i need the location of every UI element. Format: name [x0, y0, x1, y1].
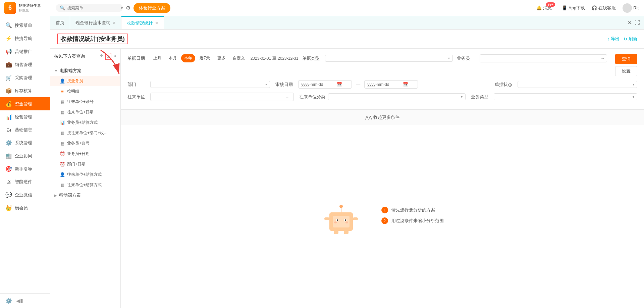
scheme-item-dept-date[interactable]: ⏰ 部门+日期	[50, 159, 120, 169]
scheme-item-unit-settle1[interactable]: 👤 往来单位+结算方式	[50, 169, 120, 180]
sidebar-item-guide[interactable]: 🎯 新手引导	[0, 162, 50, 175]
sidebar-item-enterprise-wx[interactable]: 💬 企业微信	[0, 188, 50, 201]
scheme-item-salesperson-account[interactable]: ▦ 业务员+账号	[50, 138, 120, 149]
sidebar-item-basic[interactable]: 🗂 基础信息	[0, 123, 50, 136]
notification-bell[interactable]: 🔔 消息 99+	[536, 5, 552, 11]
system-icon: ⚙️	[5, 140, 12, 146]
sidebar-item-search[interactable]: 🔍 搜索菜单	[0, 19, 50, 32]
app-download[interactable]: 📱 App下载	[562, 5, 585, 11]
sidebar-item-system[interactable]: ⚙️ 系统管理	[0, 136, 50, 149]
sidebar-item-purchase[interactable]: 🛒 采购管理	[0, 71, 50, 84]
tabs-actions: ✕ ⛶	[624, 16, 644, 29]
empty-hint-2: 2 用过滤条件来缩小分析范围	[381, 217, 444, 224]
query-button[interactable]: 查询	[615, 54, 637, 64]
header-search-input[interactable]	[67, 6, 117, 10]
cur-month-btn[interactable]: 本月	[166, 54, 180, 62]
scheme-group-mobile: ▶ 移动端方案	[50, 190, 120, 200]
sidebar-item-member[interactable]: 👑 畅会员	[0, 201, 50, 214]
collapse-button[interactable]: ⋀⋀ 收起更多条件	[363, 112, 402, 123]
tab-collection-stats-close-icon[interactable]: ✕	[155, 21, 158, 25]
tab-home[interactable]: 首页	[50, 16, 70, 29]
doc-type-label: 单据类型	[302, 55, 322, 61]
sidebar-collapse-icon[interactable]: ◀▮	[16, 298, 23, 304]
export-button[interactable]: ↑ 导出	[607, 36, 620, 42]
tab-bank-flow[interactable]: 现金银行流水查询 ✕	[70, 16, 121, 29]
audit-date-from-input[interactable]	[301, 82, 335, 87]
counterpart-select[interactable]: ···	[150, 93, 294, 101]
left-panel-title: 按以下方案查询	[54, 53, 85, 59]
header-gear-icon[interactable]: ⚙	[123, 3, 133, 13]
scheme-group-desktop-header[interactable]: ▼ 电脑端方案	[50, 66, 120, 76]
empty-state: 1 请先选择要分析的方案 2 用过滤条件来缩小分析范围	[121, 125, 644, 308]
scheme-item-unit-date[interactable]: ▦ 往来单位+日期	[50, 107, 120, 117]
counterpart-cat-select[interactable]: ▾	[328, 93, 466, 100]
svg-point-6	[334, 221, 337, 223]
hint-text-1: 请先选择要分析的方案	[391, 207, 435, 213]
scheme-collapse-icon[interactable]: «	[113, 53, 116, 60]
salesperson-filter: 业务员 ···	[457, 54, 607, 62]
salesperson-more-icon[interactable]: ···	[601, 56, 604, 61]
sidebar-item-marketing[interactable]: 📢 营销推广	[0, 45, 50, 58]
collapse-divider: ⋀⋀ 收起更多条件	[121, 109, 644, 125]
guide-icon: 🎯	[5, 166, 12, 172]
sidebar-item-finance[interactable]: 💰 资金管理	[0, 97, 50, 110]
left-panel-actions: + ⚙ «	[100, 53, 116, 60]
detail-icon: ≡	[60, 89, 65, 94]
page-actions: ↑ 导出 ↻ 刷新	[607, 36, 638, 42]
more-btn[interactable]: 更多	[214, 54, 228, 62]
dept-label: 部门	[127, 82, 148, 88]
sp-date-icon: ⏰	[60, 151, 65, 156]
sidebar-item-smart-hw[interactable]: 🖨 智能硬件	[0, 175, 50, 188]
counterpart-more-icon[interactable]: ···	[284, 94, 291, 99]
online-service[interactable]: 🎧 在线客服	[592, 5, 616, 11]
unit-date-icon: ▦	[60, 110, 65, 115]
sales-icon: 💼	[5, 61, 12, 68]
scheme-item-by-salesperson[interactable]: 👤 按业务员	[50, 76, 120, 86]
scheme-item-unit-dept-collect[interactable]: ▦ 按往来单位+部门+收...	[50, 128, 120, 138]
doc-status-select[interactable]: ▾	[518, 81, 637, 88]
scheme-item-unit-settle2[interactable]: ▦ 往来单位+结算方式	[50, 180, 120, 190]
audit-date-to-input[interactable]	[367, 82, 401, 87]
dept-select[interactable]: ▾	[150, 81, 270, 88]
content-area: 按以下方案查询 + ⚙ « ▼ 电脑端方案 👤 按业务员	[50, 49, 644, 308]
sidebar-item-operations[interactable]: 📊 经营管理	[0, 110, 50, 123]
sidebar-item-inventory[interactable]: 📦 库存核算	[0, 84, 50, 97]
scheme-settings-icon[interactable]: ⚙	[105, 53, 111, 60]
add-scheme-icon[interactable]: +	[100, 53, 103, 60]
header-search-box[interactable]: 🔍 ▾	[56, 4, 123, 12]
business-type-select[interactable]: ▾	[494, 93, 637, 100]
filter-settings-button[interactable]: 设置	[615, 66, 637, 76]
sidebar-item-enterprise[interactable]: 🏢 企业协同	[0, 149, 50, 162]
calendar-from-icon[interactable]: 📅	[337, 82, 342, 87]
counterpart-filter: 往来单位 ···	[127, 93, 294, 101]
sidebar-footer: ⚙️ ◀▮	[0, 293, 50, 308]
sidebar-item-quick-nav[interactable]: ⚡ 快捷导航	[0, 32, 50, 45]
user-avatar[interactable]: Rit	[623, 3, 639, 13]
last7-btn[interactable]: 近7天	[197, 54, 213, 62]
right-panel: 单据日期 上月 本月 本年 近7天 更多 自定义 2023-01-01	[121, 49, 644, 308]
refresh-button[interactable]: ↻ 刷新	[624, 36, 637, 42]
date-quick-buttons: 上月 本月 本年 近7天 更多 自定义	[150, 54, 248, 62]
tab-bank-flow-close-icon[interactable]: ✕	[112, 20, 116, 25]
scheme-item-by-detail[interactable]: ≡ 按明细	[50, 86, 120, 97]
bell-icon: 🔔	[536, 5, 542, 10]
scheme-item-salesperson-date[interactable]: ⏰ 业务员+日期	[50, 149, 120, 159]
download-icon: 📱	[562, 5, 567, 10]
header-right: 🔔 消息 99+ 📱 App下载 🎧 在线客服 Rit	[536, 3, 639, 13]
salesperson-select[interactable]: ···	[480, 54, 607, 62]
tabs-close-all-icon[interactable]: ✕	[628, 19, 632, 26]
prev-month-btn[interactable]: 上月	[150, 54, 164, 62]
tabs-fullscreen-icon[interactable]: ⛶	[635, 20, 640, 26]
sidebar-item-sales[interactable]: 💼 销售管理	[0, 58, 50, 71]
sidebar-settings-icon[interactable]: ⚙️	[5, 298, 12, 304]
operations-icon: 📊	[5, 114, 12, 120]
scheme-group-mobile-header[interactable]: ▶ 移动端方案	[50, 190, 120, 200]
tab-collection-stats[interactable]: 收款情况统计 ✕	[121, 16, 164, 29]
trial-button[interactable]: 体验行业方案	[133, 3, 170, 13]
cur-year-btn[interactable]: 本年	[181, 54, 195, 62]
doc-type-select[interactable]: ▾	[325, 55, 452, 62]
scheme-item-unit-account[interactable]: ▦ 往来单位+账号	[50, 97, 120, 107]
custom-btn[interactable]: 自定义	[230, 54, 248, 62]
scheme-item-salesperson-settle[interactable]: 📊 业务员+结算方式	[50, 117, 120, 128]
calendar-to-icon[interactable]: 📅	[403, 82, 408, 87]
